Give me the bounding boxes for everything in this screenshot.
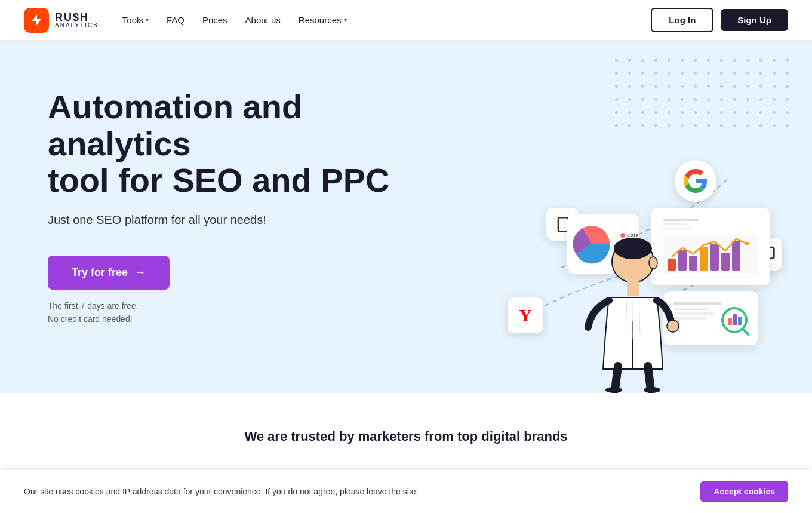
hero-section: Automation and analytics tool for SEO an… (0, 41, 812, 393)
logo-icon (24, 8, 49, 33)
nav-link-resources[interactable]: Resources ▾ (299, 15, 347, 25)
svg-line-25 (743, 329, 748, 334)
signup-button[interactable]: Sign Up (721, 9, 788, 31)
nav-link-faq[interactable]: FAQ (167, 15, 184, 25)
hero-title: Automation and analytics tool for SEO an… (48, 88, 394, 199)
person-illustration (573, 214, 693, 393)
trusted-section: We are trusted by marketers from top dig… (0, 393, 812, 468)
lightning-icon (29, 13, 44, 27)
hero-content: Automation and analytics tool for SEO an… (48, 76, 394, 326)
svg-rect-17 (721, 253, 730, 271)
chevron-down-icon-2: ▾ (344, 17, 347, 23)
svg-point-31 (649, 257, 657, 269)
login-button[interactable]: Log In (651, 8, 713, 32)
try-free-label: Try for free (72, 266, 128, 279)
svg-rect-16 (710, 244, 719, 271)
logo[interactable]: RU$H ANALYTICS (24, 8, 99, 33)
logo-text: RU$H ANALYTICS (55, 12, 99, 29)
svg-rect-1 (558, 217, 567, 231)
navbar-left: RU$H ANALYTICS Tools ▾ FAQ Prices About … (24, 8, 347, 33)
nav-links: Tools ▾ FAQ Prices About us Resources ▾ (122, 15, 347, 25)
google-icon (675, 160, 716, 202)
svg-rect-27 (733, 314, 737, 325)
svg-point-33 (667, 320, 679, 332)
navbar-right: Log In Sign Up (651, 8, 788, 32)
hero-note: The first 7 days are free. No credit car… (48, 299, 394, 326)
hero-subtitle: Just one SEO platform for all your needs… (48, 213, 394, 227)
svg-rect-32 (627, 281, 639, 296)
svg-rect-15 (700, 247, 708, 271)
svg-marker-0 (32, 14, 41, 26)
try-free-button[interactable]: Try for free → (48, 256, 170, 290)
navbar: RU$H ANALYTICS Tools ▾ FAQ Prices About … (0, 0, 812, 41)
svg-point-35 (644, 387, 660, 393)
hero-illustration: Y (442, 41, 812, 393)
svg-rect-26 (728, 318, 732, 325)
svg-point-30 (614, 238, 652, 259)
logo-rush: RU$H (55, 12, 99, 23)
trusted-title: We are trusted by marketers from top dig… (48, 429, 764, 444)
nav-link-about[interactable]: About us (245, 15, 281, 25)
yandex-icon: Y (508, 297, 543, 333)
dot-grid (615, 59, 794, 133)
nav-link-tools[interactable]: Tools ▾ (122, 15, 149, 25)
arrow-icon: → (135, 266, 146, 279)
svg-point-34 (605, 387, 622, 393)
chevron-down-icon: ▾ (146, 17, 149, 23)
person-svg (573, 214, 693, 393)
nav-link-prices[interactable]: Prices (202, 15, 227, 25)
svg-rect-28 (738, 317, 742, 325)
logo-analytics: ANALYTICS (55, 23, 99, 29)
svg-rect-18 (732, 241, 740, 271)
svg-point-19 (745, 242, 749, 245)
